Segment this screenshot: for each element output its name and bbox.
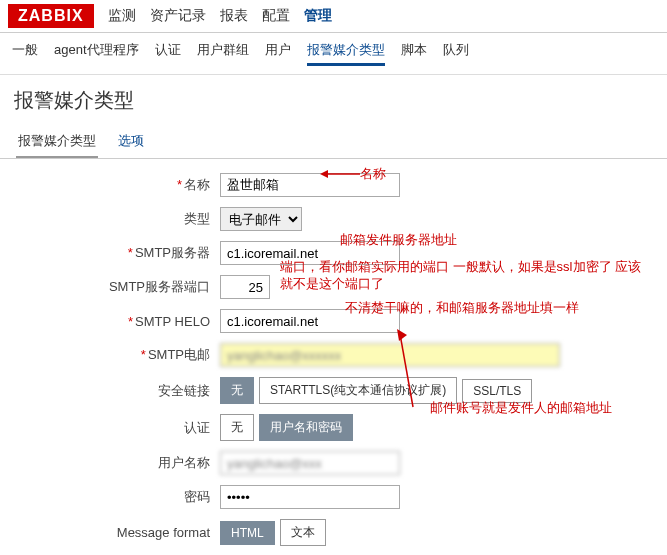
submenu-agent[interactable]: agent代理程序: [54, 41, 139, 66]
label-smtp-email: SMTP电邮: [148, 347, 210, 362]
top-menu: 监测 资产记录 报表 配置 管理: [108, 7, 332, 25]
seg-sec-none[interactable]: 无: [220, 377, 254, 404]
form-area: *名称 类型 电子邮件 *SMTP服务器 SMTP服务器端口 *SMTP HEL…: [0, 159, 667, 555]
input-smtp-server[interactable]: [220, 241, 400, 265]
logo: ZABBIX: [8, 4, 94, 28]
security-group: 无 STARTTLS(纯文本通信协议扩展) SSL/TLS: [220, 377, 532, 404]
label-smtp-port: SMTP服务器端口: [109, 279, 210, 294]
input-smtp-port[interactable]: [220, 275, 270, 299]
input-username[interactable]: [220, 451, 400, 475]
tab-mediatype[interactable]: 报警媒介类型: [16, 126, 98, 158]
seg-auth-userpass[interactable]: 用户名和密码: [259, 414, 353, 441]
input-password[interactable]: [220, 485, 400, 509]
input-smtp-helo[interactable]: [220, 309, 400, 333]
tabs: 报警媒介类型 选项: [0, 120, 667, 159]
label-name: 名称: [184, 177, 210, 192]
submenu-general[interactable]: 一般: [12, 41, 38, 66]
msgfmt-group: HTML 文本: [220, 519, 326, 546]
submenu-auth[interactable]: 认证: [155, 41, 181, 66]
topmenu-monitor[interactable]: 监测: [108, 7, 136, 25]
submenu-queue[interactable]: 队列: [443, 41, 469, 66]
page-title: 报警媒介类型: [0, 75, 667, 120]
tab-options[interactable]: 选项: [116, 126, 146, 158]
label-password: 密码: [184, 489, 210, 504]
submenu-user[interactable]: 用户: [265, 41, 291, 66]
seg-sec-ssl[interactable]: SSL/TLS: [462, 379, 532, 403]
input-smtp-email[interactable]: [220, 343, 560, 367]
topmenu-assets[interactable]: 资产记录: [150, 7, 206, 25]
seg-fmt-html[interactable]: HTML: [220, 521, 275, 545]
seg-auth-none[interactable]: 无: [220, 414, 254, 441]
topmenu-config[interactable]: 配置: [262, 7, 290, 25]
submenu-mediatype[interactable]: 报警媒介类型: [307, 41, 385, 66]
label-smtp-server: SMTP服务器: [135, 245, 210, 260]
top-bar: ZABBIX 监测 资产记录 报表 配置 管理: [0, 0, 667, 33]
label-smtp-helo: SMTP HELO: [135, 314, 210, 329]
seg-sec-starttls[interactable]: STARTTLS(纯文本通信协议扩展): [259, 377, 457, 404]
label-auth: 认证: [184, 420, 210, 435]
input-name[interactable]: [220, 173, 400, 197]
seg-fmt-text[interactable]: 文本: [280, 519, 326, 546]
topmenu-reports[interactable]: 报表: [220, 7, 248, 25]
label-username: 用户名称: [158, 455, 210, 470]
label-security: 安全链接: [158, 383, 210, 398]
sub-menu: 一般 agent代理程序 认证 用户群组 用户 报警媒介类型 脚本 队列: [0, 33, 667, 75]
auth-group: 无 用户名和密码: [220, 414, 353, 441]
select-type[interactable]: 电子邮件: [220, 207, 302, 231]
label-msgfmt: Message format: [117, 525, 210, 540]
label-type: 类型: [184, 211, 210, 226]
topmenu-admin[interactable]: 管理: [304, 7, 332, 25]
submenu-usergroup[interactable]: 用户群组: [197, 41, 249, 66]
submenu-script[interactable]: 脚本: [401, 41, 427, 66]
